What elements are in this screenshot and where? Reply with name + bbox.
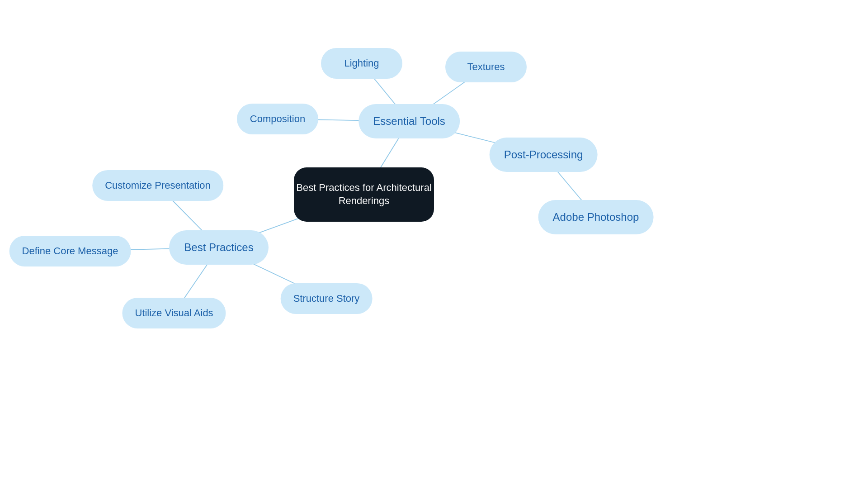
central-node[interactable]: Best Practices for Architectural Renderi… (294, 167, 434, 222)
node-textures[interactable]: Textures (445, 52, 527, 82)
mind-map-container: Best Practices for Architectural Renderi… (0, 0, 868, 490)
node-lighting[interactable]: Lighting (321, 48, 402, 79)
connections-svg (0, 0, 868, 490)
node-composition[interactable]: Composition (237, 104, 318, 134)
node-best-practices[interactable]: Best Practices (169, 230, 269, 265)
node-essential-tools[interactable]: Essential Tools (359, 104, 460, 138)
node-utilize-visual-aids[interactable]: Utilize Visual Aids (122, 298, 226, 328)
node-adobe-photoshop[interactable]: Adobe Photoshop (538, 200, 654, 234)
node-define-core-message[interactable]: Define Core Message (9, 236, 131, 266)
node-post-processing[interactable]: Post-Processing (490, 138, 598, 172)
node-customize-presentation[interactable]: Customize Presentation (92, 170, 223, 201)
node-structure-story[interactable]: Structure Story (281, 283, 373, 314)
